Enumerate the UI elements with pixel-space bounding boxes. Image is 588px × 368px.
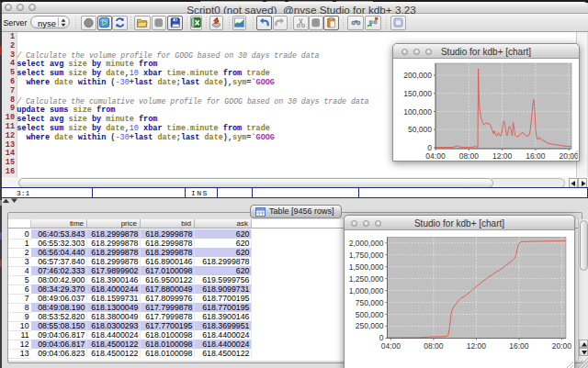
svg-text:1,500,000: 1,500,000 — [349, 262, 384, 272]
svg-text:50,000: 50,000 — [408, 125, 432, 134]
svg-text:150,000: 150,000 — [403, 89, 432, 98]
svg-text:16:00: 16:00 — [526, 151, 546, 161]
svg-text:500,000: 500,000 — [356, 310, 384, 319]
svg-text:12:00: 12:00 — [467, 341, 487, 351]
svg-text:12:00: 12:00 — [492, 151, 513, 161]
svg-text:1,250,000: 1,250,000 — [349, 274, 384, 284]
svg-text:750,000: 750,000 — [356, 298, 384, 307]
svg-text:1,000,000: 1,000,000 — [349, 286, 384, 296]
svg-text:2,000,000: 2,000,000 — [349, 239, 384, 248]
svg-text:08:00: 08:00 — [424, 341, 444, 351]
svg-text:100,000: 100,000 — [403, 107, 432, 117]
svg-text:250,000: 250,000 — [356, 321, 384, 330]
svg-text:08:00: 08:00 — [459, 151, 480, 161]
svg-text:20:00: 20:00 — [552, 341, 572, 351]
svg-text:04:00: 04:00 — [425, 151, 446, 161]
svg-text:200,000: 200,000 — [403, 71, 432, 80]
svg-text:16:00: 16:00 — [509, 341, 529, 351]
svg-text:1,750,000: 1,750,000 — [349, 251, 384, 260]
svg-text:04:00: 04:00 — [381, 341, 401, 351]
